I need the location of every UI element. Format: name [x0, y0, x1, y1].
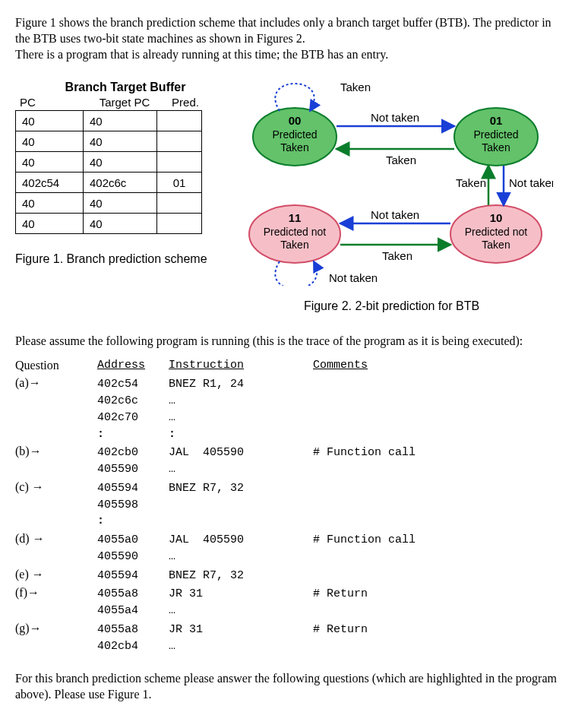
- arrow-icon: →: [29, 376, 41, 389]
- btb-cell-target: 40: [84, 131, 157, 152]
- trace-address: 402cb4: [97, 638, 169, 655]
- trace-comment: # Function call: [313, 445, 416, 461]
- trace-question: (a)→: [15, 374, 97, 391]
- state-01-l2: Taken: [482, 141, 510, 154]
- trace-row: (e) →405594BNEZ R7, 32: [15, 565, 557, 584]
- trace-question: (g)→: [15, 619, 97, 637]
- trace-comment: # Function call: [313, 532, 416, 549]
- btb-header-target: Target PC: [87, 96, 163, 109]
- btb-cell-target: 40: [84, 214, 157, 234]
- trace-row: ::: [15, 426, 557, 443]
- state-10-l2: Taken: [482, 239, 510, 251]
- trace-instruction: …: [169, 603, 313, 619]
- trace-row: 402cb4…: [15, 638, 557, 655]
- trace-comment: # Return: [313, 622, 368, 638]
- btb-header-pc: PC: [15, 96, 87, 109]
- state-00-code: 00: [289, 114, 302, 127]
- trace-address: 402c70: [97, 410, 169, 426]
- figure-1-caption: Figure 1. Branch prediction scheme: [15, 252, 213, 266]
- trace-address: 405598: [97, 497, 169, 514]
- state-11-l1: Predicted not: [264, 226, 327, 238]
- trace-question: (e) →: [15, 565, 97, 583]
- btb-title: Branch Target Buffer: [38, 81, 213, 94]
- trace-instruction: JR 31: [169, 622, 313, 638]
- btb-row: 402c54402c6c01: [16, 173, 202, 193]
- btb-cell-pred: [157, 193, 202, 214]
- edge-11-10-label: Taken: [382, 249, 412, 262]
- state-10-code: 10: [490, 211, 503, 224]
- btb-cell-pred: [157, 214, 202, 234]
- btb-table: 404040404040402c54402c6c0140404040: [15, 110, 202, 234]
- btb-cell-pred: [157, 111, 202, 131]
- edge-self-11-label: Not taken: [329, 271, 378, 284]
- trace-instruction: BNEZ R1, 24: [169, 376, 313, 393]
- trace-address: :: [97, 513, 169, 530]
- trace-head-comments: Comments: [313, 359, 368, 372]
- btb-cell-pred: [157, 131, 202, 152]
- state-11-l2: Taken: [280, 239, 308, 251]
- trace-row: (d) →4055a0JAL 405590# Function call: [15, 530, 557, 549]
- trace-address: 4055a8: [97, 586, 169, 603]
- btb-cell-pred: 01: [157, 173, 202, 193]
- btb-row: 4040: [16, 214, 202, 234]
- arrow-icon: →: [30, 445, 42, 457]
- trace-row: (g)→4055a8JR 31# Return: [15, 619, 557, 638]
- trace-instruction: …: [169, 410, 313, 426]
- edge-10-01-taken: Taken: [456, 176, 486, 189]
- btb-cell-pc: 40: [16, 131, 84, 152]
- trace-address: 405594: [97, 480, 169, 497]
- figure-2: 00 Predicted Taken 01 Predicted Taken 11…: [226, 81, 557, 313]
- trace-address: 402cb0: [97, 445, 169, 461]
- trace-instruction: BNEZ R7, 32: [169, 568, 313, 584]
- trace-row: 4055a4…: [15, 603, 557, 619]
- trace-instruction: …: [169, 393, 313, 410]
- edge-01-00-label: Taken: [386, 154, 416, 166]
- state-01-code: 01: [490, 114, 503, 127]
- trace-instruction: …: [169, 461, 313, 478]
- arrow-icon: →: [27, 586, 40, 599]
- arrow-icon: →: [32, 480, 44, 493]
- intro-text: Figure 1 shows the branch prediction sch…: [15, 15, 557, 62]
- trace-address: 4055a0: [97, 532, 169, 549]
- trace-question: (c) →: [15, 478, 97, 495]
- trace-row: 405590…: [15, 461, 557, 478]
- btb-cell-target: 402c6c: [84, 173, 157, 193]
- trace-instruction: JAL 405590: [169, 445, 313, 461]
- btb-row: 4040: [16, 111, 202, 131]
- trace-question: (d) →: [15, 530, 97, 547]
- btb-cell-pred: [157, 152, 202, 173]
- trace-address: 402c54: [97, 376, 169, 393]
- arrow-icon: →: [32, 568, 44, 581]
- trace-instruction: …: [169, 638, 313, 655]
- trace-row: 405598: [15, 497, 557, 514]
- arrow-icon: →: [33, 532, 45, 545]
- trace-address: 405594: [97, 568, 169, 584]
- trace-address: 4055a4: [97, 603, 169, 619]
- trace-instruction: :: [169, 426, 313, 443]
- edge-01-10-nottaken: Not taken: [509, 176, 553, 189]
- trace-row: 402c70…: [15, 410, 557, 426]
- trace-address: 405590: [97, 461, 169, 478]
- trace-address: :: [97, 426, 169, 443]
- edge-self-00-label: Taken: [340, 81, 371, 93]
- trace-instruction: BNEZ R7, 32: [169, 480, 313, 497]
- edge-10-11-label: Not taken: [371, 208, 419, 221]
- edge-00-01-label: Not taken: [371, 111, 419, 124]
- btb-cell-target: 40: [84, 111, 157, 131]
- footer-text: For this branch prediction scheme please…: [15, 671, 557, 703]
- trace-head-question: Question: [15, 359, 97, 372]
- btb-cell-pc: 40: [16, 111, 84, 131]
- btb-row: 4040: [16, 152, 202, 173]
- trace-instruction: JR 31: [169, 586, 313, 603]
- trace-row: (f)→4055a8JR 31# Return: [15, 584, 557, 603]
- btb-cell-pc: 40: [16, 193, 84, 214]
- intro-p1: Figure 1 shows the branch prediction sch…: [15, 15, 557, 47]
- trace-address: 402c6c: [97, 393, 169, 410]
- btb-row: 4040: [16, 131, 202, 152]
- state-11-code: 11: [289, 211, 302, 224]
- trace-row: 405590…: [15, 549, 557, 565]
- trace-row: :: [15, 513, 557, 530]
- state-00-l2: Taken: [280, 141, 308, 154]
- btb-cell-pc: 402c54: [16, 173, 84, 193]
- figure-1: Branch Target Buffer PC Target PC Pred. …: [15, 81, 213, 266]
